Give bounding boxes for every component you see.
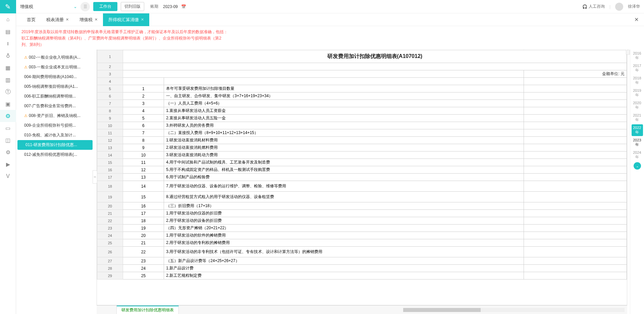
cell-item[interactable]: 5.用于不构成固定资产的样品、样机及一般测试手段购置费 — [164, 166, 524, 174]
row-header[interactable]: 19 — [97, 192, 123, 202]
nav-chart-icon[interactable]: ⫾ — [0, 38, 16, 50]
cell-seq[interactable]: 3 — [123, 100, 164, 107]
cell-seq[interactable]: 1 — [123, 85, 164, 92]
form-list-item[interactable]: ⚠008-资产折旧、摊销及纳税... — [16, 111, 94, 121]
row-header[interactable]: 1 — [97, 50, 123, 63]
cell-amount[interactable] — [524, 151, 627, 159]
switch-old-button[interactable]: 切到旧版 — [121, 2, 144, 11]
tab-增值税[interactable]: 增值税✕ — [74, 13, 103, 26]
cell-seq[interactable]: 15 — [123, 192, 164, 202]
row-header[interactable]: 23 — [97, 225, 123, 232]
year-button[interactable]: 2023年 — [632, 137, 643, 148]
cell-amount[interactable] — [524, 174, 627, 181]
cell-item[interactable]: 1.用于研发活动的软件的摊销费用 — [164, 232, 524, 239]
cell-item[interactable]: （五）新产品设计费等（24+25+26+27） — [164, 257, 524, 265]
row-header[interactable]: 24 — [97, 232, 123, 239]
year-button[interactable]: 2016年 — [632, 50, 643, 62]
row-header[interactable]: 7 — [97, 100, 123, 107]
year-button[interactable]: 2019年 — [632, 87, 643, 99]
cell-amount[interactable] — [524, 232, 627, 239]
year-button[interactable]: 2024年 — [632, 149, 643, 161]
close-all-tabs[interactable]: ✕ — [634, 16, 639, 23]
year-button[interactable]: 2018年 — [632, 75, 643, 86]
row-header[interactable]: 18 — [97, 181, 123, 192]
cell-seq[interactable]: 24 — [123, 265, 164, 272]
tab-所得税汇算清缴[interactable]: 所得税汇算清缴✕ — [103, 13, 149, 26]
year-down-button[interactable]: ⌄ — [634, 162, 641, 170]
calendar-icon[interactable]: 📅 — [181, 4, 186, 9]
cell-item[interactable]: 2.研发活动直接消耗燃料费用 — [164, 144, 524, 151]
cell-item[interactable]: （二）直接投入费用（8+9+10+11+12+13+14+15） — [164, 129, 524, 137]
row-header[interactable]: 15 — [97, 159, 123, 166]
row-header[interactable]: 13 — [97, 144, 123, 151]
form-list-item[interactable]: 012-减免所得税优惠明细表(... — [16, 150, 94, 160]
row-header[interactable]: 17 — [97, 174, 123, 181]
row-header[interactable]: 26 — [97, 247, 123, 257]
cell-item[interactable]: 1.研发活动直接消耗材料费用 — [164, 137, 524, 144]
cell-item[interactable]: 1.新产品设计费 — [164, 265, 524, 272]
year-button[interactable]: 2022年 — [632, 124, 643, 136]
nav-clipboard-icon[interactable]: ▦ — [0, 62, 16, 74]
row-header[interactable]: 29 — [97, 272, 123, 279]
row-header[interactable]: 16 — [97, 166, 123, 174]
nav-report-icon[interactable]: ▥ — [0, 74, 16, 86]
spreadsheet[interactable]: A B C 1 研发费用加计扣除优惠明细表(A107012) 2 — [97, 43, 627, 305]
row-header[interactable]: 12 — [97, 137, 123, 144]
cell-item[interactable]: 3.研发活动直接消耗动力费用 — [164, 151, 524, 159]
form-list-item[interactable]: 004-期间费用明细表(A1040... — [16, 72, 94, 82]
tab-首页[interactable]: 首页 — [21, 13, 41, 26]
cell-amount[interactable] — [524, 166, 627, 174]
cell-item[interactable]: （一）人员人工费用（4+5+6） — [164, 100, 524, 107]
collapse-handle[interactable]: ‹‹ — [93, 170, 97, 184]
cell-item[interactable]: 1.直接从事研发活动人员工资薪金 — [164, 107, 524, 115]
row-header[interactable]: 28 — [97, 265, 123, 272]
cell-item[interactable]: （四）无形资产摊销（20+21+22） — [164, 225, 524, 232]
cell-item[interactable]: 3.用于研发活动的非专利技术（包括许可证、专有技术、设计和计算方法等）的摊销费用 — [164, 247, 524, 257]
cell-seq[interactable]: 13 — [123, 174, 164, 181]
cell-item[interactable]: 本年可享受研发费用加计扣除项目数量 — [164, 85, 524, 92]
sheet-tab[interactable]: 研发费用加计扣除优惠明细表 — [117, 306, 179, 314]
cell-amount[interactable] — [524, 85, 627, 92]
cell-seq[interactable]: 14 — [123, 181, 164, 192]
nav-bag-icon[interactable]: ♁ — [0, 50, 16, 62]
row-header[interactable]: 14 — [97, 151, 123, 159]
nav-archive-icon[interactable]: ▭ — [0, 122, 16, 134]
cell-amount[interactable] — [524, 107, 627, 115]
year-button[interactable]: 2017年 — [632, 62, 643, 74]
cell-item[interactable]: （三）折旧费用（17+18） — [164, 202, 524, 210]
cell-amount[interactable] — [524, 129, 627, 137]
cell-amount[interactable] — [524, 239, 627, 247]
cell-amount[interactable] — [524, 272, 627, 279]
cell-item[interactable]: 3.外聘研发人员的劳务费用 — [164, 122, 524, 129]
cell-item[interactable]: 2.新工艺规程制定费 — [164, 272, 524, 279]
avatar[interactable] — [615, 3, 623, 11]
cell-item[interactable]: 1.用于研发活动的仪器的折旧费 — [164, 210, 524, 217]
close-icon[interactable]: ✕ — [141, 17, 144, 22]
row-header[interactable]: 11 — [97, 129, 123, 137]
nav-calendar-icon[interactable]: ▣ — [0, 98, 16, 110]
cell-seq[interactable]: 25 — [123, 272, 164, 279]
consult-link[interactable]: 🎧 人工咨询 — [582, 4, 605, 9]
cell-item[interactable]: 8.通过经营租赁方式租入的用于研发活动的仪器、设备租赁费 — [164, 192, 524, 202]
form-list-item[interactable]: ⚠002-一般企业收入明细表(A... — [16, 53, 94, 62]
cell-amount[interactable] — [524, 265, 627, 272]
form-list-item[interactable]: 007-广告费和业务宣传费跨... — [16, 101, 94, 111]
cell-amount[interactable] — [524, 115, 627, 122]
cell-amount[interactable] — [524, 225, 627, 232]
cell-amount[interactable] — [524, 247, 627, 257]
cell-seq[interactable]: 5 — [123, 115, 164, 122]
cell-seq[interactable]: 22 — [123, 247, 164, 257]
cell-seq[interactable]: 18 — [123, 217, 164, 225]
cell-amount[interactable] — [524, 217, 627, 225]
row-header[interactable]: 2 — [97, 63, 123, 70]
cell-seq[interactable]: 21 — [123, 239, 164, 247]
nav-bank-icon[interactable]: Ⓣ — [0, 86, 16, 98]
nav-video-icon[interactable]: ▶ — [0, 158, 16, 170]
form-list-item[interactable]: 005-纳税调整项目明细表(A1... — [16, 82, 94, 91]
form-list-item[interactable]: 011-研发费用加计扣除优惠... — [17, 140, 93, 150]
nav-home-icon[interactable]: ⌂ — [0, 13, 16, 25]
nav-v-icon[interactable]: V — [0, 170, 16, 182]
row-header[interactable]: 5 — [97, 85, 123, 92]
cell-seq[interactable]: 7 — [123, 129, 164, 137]
cell-amount[interactable] — [524, 257, 627, 265]
